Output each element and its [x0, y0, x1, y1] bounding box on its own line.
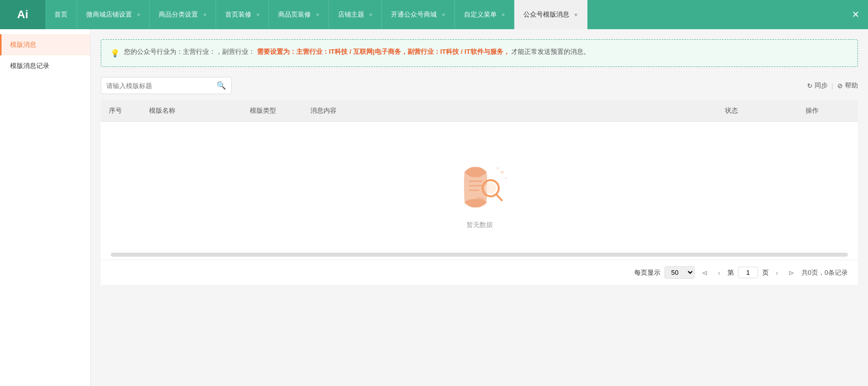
nav-tabs: 首页微商城店铺设置×商品分类设置×首页装修×商品页装修×店铺主题×开通公众号商城…: [45, 0, 843, 29]
svg-point-10: [496, 167, 499, 170]
page-size-select[interactable]: 102050100: [664, 266, 695, 279]
current-page-prefix: 第: [727, 268, 734, 277]
help-button[interactable]: ⊘ 帮助: [837, 81, 858, 90]
notice-text: 您的公众号行业为：主营行业：，副营行业： 需要设置为：主营行业：IT科技 / 互…: [124, 47, 590, 57]
table-header-row: 序号模版名称模版类型消息内容状态操作: [101, 100, 858, 122]
table-col-content: 消息内容: [302, 100, 717, 122]
nav-tab-shop-theme[interactable]: 店铺主题×: [329, 0, 382, 29]
empty-text: 暂无数据: [466, 220, 493, 229]
nav-tab-product-page-deco[interactable]: 商品页装修×: [269, 0, 328, 29]
empty-illustration: [449, 152, 510, 212]
close-tab-icon[interactable]: ×: [574, 12, 577, 18]
close-tab-icon[interactable]: ×: [203, 12, 206, 18]
nav-tab-home[interactable]: 首页: [45, 0, 77, 29]
close-tab-icon[interactable]: ×: [316, 12, 319, 18]
sync-icon: ↻: [807, 82, 813, 90]
horizontal-scrollbar[interactable]: [111, 253, 848, 257]
search-button[interactable]: 🔍: [217, 81, 226, 90]
prev-page-button[interactable]: ‹: [715, 268, 723, 278]
table-col-name: 模版名称: [141, 100, 242, 122]
close-tab-icon[interactable]: ×: [442, 12, 445, 18]
search-box: 🔍: [101, 77, 232, 94]
close-tab-icon[interactable]: ×: [369, 12, 372, 18]
sidebar: 模版消息模版消息记录: [0, 29, 91, 386]
data-table: 序号模版名称模版类型消息内容状态操作: [101, 100, 858, 250]
next-page-button[interactable]: ›: [773, 268, 781, 278]
notice-icon: 💡: [110, 47, 120, 59]
table-col-index: 序号: [101, 100, 141, 122]
nav-tab-product-category[interactable]: 商品分类设置×: [150, 0, 216, 29]
close-all-button[interactable]: ✕: [843, 0, 868, 29]
toolbar-right: ↻ 同步 | ⊘ 帮助: [807, 81, 858, 90]
notice-banner: 💡 您的公众号行业为：主营行业：，副营行业： 需要设置为：主营行业：IT科技 /…: [101, 39, 858, 67]
nav-tab-custom-menu[interactable]: 自定义菜单×: [455, 0, 514, 29]
table-empty-row: 暂无数据: [101, 122, 858, 250]
sidebar-item-template-msg-record[interactable]: 模版消息记录: [0, 55, 90, 76]
page-layout: 模版消息模版消息记录 💡 您的公众号行业为：主营行业：，副营行业： 需要设置为：…: [0, 29, 868, 386]
table-col-actions: 操作: [797, 100, 858, 122]
svg-point-7: [475, 197, 485, 203]
nav-tab-open-wechat-shop[interactable]: 开通公众号商城×: [382, 0, 454, 29]
current-page-suffix: 页: [762, 268, 769, 277]
scrollbar-area: [101, 250, 858, 260]
divider: |: [832, 82, 833, 90]
app-logo: Ai: [0, 0, 45, 29]
toolbar: 🔍 ↻ 同步 | ⊘ 帮助: [101, 77, 858, 94]
sidebar-item-template-msg[interactable]: 模版消息: [0, 34, 90, 55]
empty-state: 暂无数据: [101, 122, 858, 250]
nav-tab-shop-settings[interactable]: 微商城店铺设置×: [77, 0, 150, 29]
main-content: 💡 您的公众号行业为：主营行业：，副营行业： 需要设置为：主营行业：IT科技 /…: [91, 29, 868, 386]
table-col-type: 模版类型: [242, 100, 302, 122]
svg-point-9: [505, 177, 507, 179]
close-tab-icon[interactable]: ×: [502, 12, 505, 18]
help-icon: ⊘: [837, 82, 843, 90]
page-size-label: 每页显示: [634, 268, 660, 277]
table-header: 序号模版名称模版类型消息内容状态操作: [101, 100, 858, 122]
close-tab-icon[interactable]: ×: [256, 12, 259, 18]
pagination: 每页显示 102050100 ⊲ ‹ 第 页 › ⊳ 共0页，0条记录: [101, 260, 858, 285]
search-input[interactable]: [106, 82, 217, 90]
svg-point-8: [501, 171, 504, 174]
table-col-status: 状态: [717, 100, 797, 122]
close-tab-icon[interactable]: ×: [137, 12, 140, 18]
last-page-button[interactable]: ⊳: [785, 268, 797, 278]
nav-tab-homepage-deco[interactable]: 首页装修×: [216, 0, 269, 29]
table-body: 暂无数据: [101, 122, 858, 250]
current-page-input[interactable]: [738, 267, 758, 278]
total-text: 共0页，0条记录: [802, 268, 848, 277]
svg-line-6: [496, 194, 502, 200]
svg-point-5: [485, 183, 496, 194]
top-nav: Ai 首页微商城店铺设置×商品分类设置×首页装修×商品页装修×店铺主题×开通公众…: [0, 0, 868, 29]
nav-tab-template-msg[interactable]: 公众号模版消息×: [514, 0, 587, 29]
sync-button[interactable]: ↻ 同步: [807, 81, 828, 90]
first-page-button[interactable]: ⊲: [699, 268, 711, 278]
